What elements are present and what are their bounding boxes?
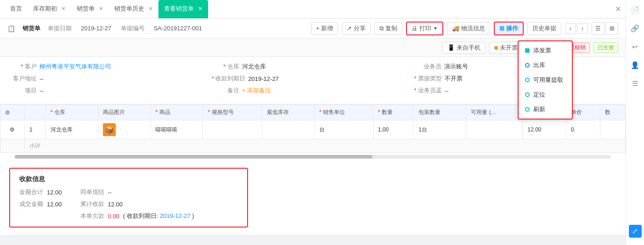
share-button[interactable]: ↗ 分享: [342, 22, 371, 35]
payment-info-rows: 金额合计 12.00 成交金额 12.00 同单现结 -- 累计收款: [19, 188, 238, 220]
payment-info-box: 收款信息 金额合计 12.00 成交金额 12.00 同单现结 --: [9, 168, 248, 228]
logistics-button[interactable]: 🚚 物流信息: [447, 22, 490, 35]
deal-amount-value: 12.00: [47, 201, 62, 208]
col-warehouse: * 仓库: [45, 105, 98, 120]
truck-icon: 🚚: [452, 25, 459, 32]
print-icon: 🖨: [412, 25, 418, 32]
right-icon-list[interactable]: ☰: [629, 77, 642, 90]
grid-view-btn[interactable]: ⊞: [605, 22, 618, 35]
note-field: 备注 添加备注: [212, 86, 414, 95]
row-product: 嘻嘻嘻嘻: [151, 120, 203, 139]
dropdown-location[interactable]: 定位: [519, 87, 572, 102]
subtotal-row: 小计: [0, 139, 626, 153]
owed-note: ( 收款到期日: 2019-12-27 ): [123, 212, 194, 220]
dropdown-outbound[interactable]: 出库: [519, 58, 572, 73]
cumulative-row: 累计收款 12.00: [80, 200, 194, 208]
table-row: ⚙ 1 河北仓库 📦 嘻嘻嘻嘻 台 1.00 1台 12.00: [0, 120, 626, 139]
from-phone-btn[interactable]: 📱 来自手机: [442, 42, 486, 54]
col-unit: * 销售单位: [314, 105, 373, 120]
new-button[interactable]: + 新增: [311, 22, 338, 35]
row-image: 📦: [98, 120, 150, 139]
tab-close-inventory[interactable]: ✕: [61, 6, 66, 12]
tab-history[interactable]: 销货单历史 ✕: [109, 0, 158, 18]
ticket-field: 票据类型 不开票: [414, 74, 616, 83]
doc-title: 销货单: [23, 24, 40, 33]
right-icon-refresh[interactable]: ↩: [629, 40, 642, 53]
location-icon: [525, 92, 530, 97]
owed-row: 本单欠款 0.00 ( 收款到期日: 2019-12-27 ): [80, 212, 194, 220]
tab-sales[interactable]: 销货单 ✕: [71, 0, 109, 18]
project-value: --: [40, 87, 44, 94]
col-image: 商品图片: [98, 105, 150, 120]
tab-close-history[interactable]: ✕: [148, 6, 153, 12]
col-spec: * 规格型号: [203, 105, 262, 120]
effective-status: 已生效: [593, 42, 618, 53]
col-gear: ⚙: [0, 105, 25, 120]
owed-value: 0.00: [108, 213, 119, 220]
staff-value: 演示账号: [444, 63, 468, 71]
available-qty-icon: [525, 78, 530, 82]
orange-dot: [494, 46, 498, 50]
right-icon-user[interactable]: 👤: [629, 59, 642, 72]
amount-total-value: 12.00: [47, 189, 62, 196]
col-extra: 数: [600, 105, 626, 120]
address-field: 客户地址 --: [9, 74, 212, 83]
amount-total-row: 金额合计 12.00: [19, 188, 62, 196]
same-order-value: --: [108, 189, 112, 196]
row-gear[interactable]: ⚙: [0, 120, 25, 139]
scroll-area[interactable]: [0, 153, 626, 160]
number-label: 单据编号: [121, 24, 145, 33]
list-view-btn[interactable]: ☰: [592, 22, 604, 35]
dropdown-add-invoice[interactable]: 添发票: [519, 43, 572, 58]
next-arrow[interactable]: ›: [577, 23, 588, 34]
dropdown-refresh[interactable]: 刷新: [519, 102, 572, 117]
right-icon-link[interactable]: 🔗: [629, 22, 642, 35]
project-field: 项目 --: [9, 86, 212, 95]
doc-actions: + 新增 ↗ 分享 ⧉ 复制 🖨 打印 ▼ 🚚 物流信息 ⊞ 操作: [311, 22, 618, 35]
subtotal-label-text: 小计: [24, 139, 625, 153]
copy-button[interactable]: ⧉ 复制: [374, 22, 402, 35]
tab-view-sales[interactable]: 查看销货单 ✕: [158, 0, 208, 18]
row-extra: [600, 120, 626, 139]
col-min-stock: 最低库存: [262, 105, 314, 120]
tab-close-sales[interactable]: ✕: [99, 6, 103, 12]
outbound-icon: [525, 63, 530, 68]
amount-total-label: 金额合计: [19, 188, 43, 196]
tab-inventory[interactable]: 库存期初 ✕: [28, 0, 71, 18]
warehouse-field: 仓库 河北仓库: [212, 63, 414, 71]
row-pack: 1台: [414, 120, 466, 139]
cumulative-value: 12.00: [108, 201, 123, 208]
print-dropdown-icon: ▼: [433, 26, 438, 31]
cumulative-label: 累计收款: [80, 200, 104, 208]
col-num: [24, 105, 45, 120]
info-col-right: 同单现结 -- 累计收款 12.00 本单欠款 0.00 ( 收款到期日: 20…: [80, 188, 194, 220]
warehouse-value: 河北仓库: [242, 63, 266, 71]
row-available: [466, 120, 523, 139]
tab-bar: 首页 库存期初 ✕ 销货单 ✕ 销货单历史 ✕ 查看销货单 ✕ ✕: [0, 0, 626, 18]
nav-arrows: ‹ ›: [565, 23, 588, 34]
customer-value[interactable]: 柳州粤港平安气体有限公司: [40, 63, 111, 71]
close-button[interactable]: ✕: [615, 5, 621, 13]
number-value: SA-20191227-001: [154, 25, 203, 32]
doc-meta: 单据日期 2019-12-27 单据编号 SA-20191227-001: [48, 24, 202, 33]
right-icon-doc[interactable]: 📄: [629, 4, 642, 17]
operate-button[interactable]: ⊞ 操作: [494, 22, 524, 35]
sales-staff-value: --: [445, 87, 449, 94]
col-product: * 商品: [151, 105, 203, 120]
dropdown-available-qty[interactable]: 可用量提取: [519, 73, 572, 87]
tab-close-view-sales[interactable]: ✕: [198, 6, 203, 12]
subtotal-label: [0, 139, 25, 153]
add-note-btn[interactable]: 添加备注: [242, 86, 271, 95]
print-button[interactable]: 🖨 打印 ▼: [406, 22, 443, 35]
note-label: 备注: [212, 86, 239, 95]
warehouse-label: 仓库: [212, 63, 239, 71]
tab-home[interactable]: 首页: [5, 0, 28, 18]
doc-icon: 📋: [7, 25, 15, 32]
refresh-icon: [525, 107, 530, 112]
staff-label: 业务员: [414, 63, 441, 71]
history-button[interactable]: 历史单据: [527, 22, 561, 35]
prev-arrow[interactable]: ‹: [565, 23, 576, 34]
right-icon-expand[interactable]: ⤢: [629, 225, 642, 238]
invoice-icon: [525, 48, 530, 53]
row-min-stock: [262, 120, 314, 139]
